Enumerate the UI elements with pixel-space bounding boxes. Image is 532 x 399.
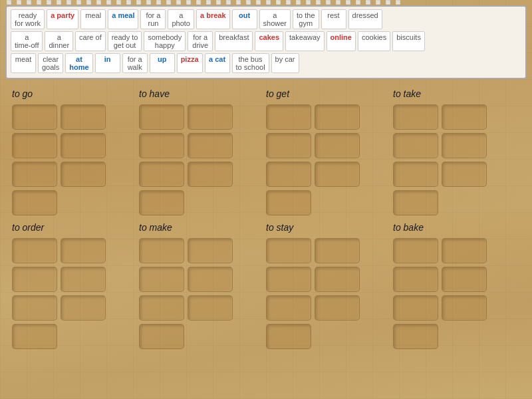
word-card[interactable]: by car bbox=[271, 53, 299, 73]
verb-label-have: to have bbox=[139, 88, 266, 99]
word-card[interactable]: a break bbox=[196, 9, 230, 29]
word-card[interactable]: for a drive bbox=[188, 31, 213, 51]
word-card[interactable]: meat bbox=[11, 53, 36, 73]
drop-slot[interactable] bbox=[315, 238, 360, 263]
drop-slot[interactable] bbox=[12, 133, 57, 158]
drop-slot[interactable] bbox=[139, 238, 184, 263]
slots-go bbox=[12, 104, 139, 187]
word-card[interactable]: pizza bbox=[177, 53, 203, 73]
word-card[interactable]: a meal bbox=[108, 9, 138, 29]
drop-slot-single[interactable] bbox=[139, 190, 184, 215]
word-card[interactable]: at home bbox=[65, 53, 92, 73]
word-card[interactable]: meal bbox=[80, 9, 106, 29]
drop-slot[interactable] bbox=[315, 133, 360, 158]
drop-slot[interactable] bbox=[12, 267, 57, 292]
drop-slot[interactable] bbox=[12, 238, 57, 263]
drop-slot[interactable] bbox=[442, 162, 487, 187]
verb-section-bake: to bake bbox=[393, 222, 520, 349]
word-card[interactable]: a photo bbox=[168, 9, 194, 29]
drop-slot[interactable] bbox=[393, 295, 438, 321]
drop-slot[interactable] bbox=[442, 133, 487, 158]
drop-slot[interactable] bbox=[442, 295, 487, 321]
word-card[interactable]: a party bbox=[47, 9, 78, 29]
word-card[interactable]: breakfast bbox=[215, 31, 253, 51]
slots-order bbox=[12, 238, 139, 321]
drop-slot[interactable] bbox=[188, 267, 233, 292]
drop-slot[interactable] bbox=[442, 267, 487, 292]
word-card[interactable]: a cat bbox=[205, 53, 230, 73]
drop-slot[interactable] bbox=[188, 133, 233, 158]
drop-slot[interactable] bbox=[139, 133, 184, 158]
drop-slot[interactable] bbox=[266, 238, 311, 263]
word-card[interactable]: a time-off bbox=[11, 31, 43, 51]
word-card[interactable]: up bbox=[150, 53, 175, 73]
drop-slot[interactable] bbox=[315, 267, 360, 292]
drop-slot[interactable] bbox=[188, 238, 233, 263]
drop-slot[interactable] bbox=[266, 104, 311, 130]
word-card[interactable]: for a run bbox=[140, 9, 166, 29]
drop-slot[interactable] bbox=[442, 238, 487, 263]
drop-slot[interactable] bbox=[188, 162, 233, 187]
drop-slot[interactable] bbox=[393, 162, 438, 187]
drop-slot-single[interactable] bbox=[12, 190, 57, 215]
word-card[interactable]: in bbox=[95, 53, 120, 73]
drop-slot[interactable] bbox=[266, 267, 311, 292]
verb-section-go: to go bbox=[12, 88, 139, 215]
word-card[interactable]: the bus to school bbox=[232, 53, 269, 73]
word-card[interactable]: a shower bbox=[259, 9, 291, 29]
drop-slot[interactable] bbox=[393, 267, 438, 292]
drop-slot[interactable] bbox=[61, 238, 106, 263]
drop-slot[interactable] bbox=[139, 104, 184, 130]
drop-slot[interactable] bbox=[12, 162, 57, 187]
drop-slot[interactable] bbox=[61, 133, 106, 158]
word-card[interactable]: cakes bbox=[255, 31, 283, 51]
drop-slot[interactable] bbox=[12, 295, 57, 321]
word-card[interactable]: dressed bbox=[348, 9, 382, 29]
drop-slot[interactable] bbox=[442, 104, 487, 130]
drop-slot[interactable] bbox=[266, 162, 311, 187]
drop-slot[interactable] bbox=[61, 162, 106, 187]
drop-slot-single[interactable] bbox=[12, 324, 57, 349]
word-card[interactable]: for a walk bbox=[122, 53, 148, 73]
drop-slot[interactable] bbox=[188, 295, 233, 321]
word-bank-row-3: meatclear goalsat homeinfor a walkuppizz… bbox=[11, 53, 521, 73]
drop-slot[interactable] bbox=[188, 104, 233, 130]
drop-slot[interactable] bbox=[266, 295, 311, 321]
word-card[interactable]: cookies bbox=[358, 31, 390, 51]
drop-slot[interactable] bbox=[61, 267, 106, 292]
word-card[interactable]: biscuits bbox=[392, 31, 425, 51]
drop-slot[interactable] bbox=[393, 133, 438, 158]
drop-slot[interactable] bbox=[139, 267, 184, 292]
word-card[interactable]: somebody happy bbox=[144, 31, 186, 51]
drop-slot[interactable] bbox=[61, 104, 106, 130]
verb-label-take: to take bbox=[393, 88, 520, 99]
drop-slot-single[interactable] bbox=[139, 324, 184, 349]
word-card[interactable]: rest bbox=[321, 9, 346, 29]
drop-slot-single[interactable] bbox=[266, 324, 311, 349]
word-card[interactable]: ready to get out bbox=[108, 31, 142, 51]
drop-slot[interactable] bbox=[315, 104, 360, 130]
drop-slot[interactable] bbox=[61, 295, 106, 321]
word-card[interactable]: to the gym bbox=[293, 9, 319, 29]
drop-slot[interactable] bbox=[266, 133, 311, 158]
drop-slot[interactable] bbox=[315, 162, 360, 187]
word-card[interactable]: a dinner bbox=[45, 31, 73, 51]
drop-slot[interactable] bbox=[139, 162, 184, 187]
verb-groups-top: to go to have to get to take bbox=[5, 88, 527, 215]
verb-label-stay: to stay bbox=[266, 222, 393, 233]
drop-slot[interactable] bbox=[393, 238, 438, 263]
word-card[interactable]: ready for work bbox=[11, 9, 45, 29]
word-card[interactable]: clear goals bbox=[38, 53, 63, 73]
drop-slot[interactable] bbox=[12, 104, 57, 130]
word-card[interactable]: takeaway bbox=[285, 31, 324, 51]
drop-slot-single[interactable] bbox=[393, 324, 438, 349]
verb-label-order: to order bbox=[12, 222, 139, 233]
word-card[interactable]: out bbox=[232, 9, 257, 29]
drop-slot-single[interactable] bbox=[393, 190, 438, 215]
drop-slot-single[interactable] bbox=[266, 190, 311, 215]
word-card[interactable]: online bbox=[327, 31, 356, 51]
drop-slot[interactable] bbox=[139, 295, 184, 321]
word-card[interactable]: care of bbox=[75, 31, 106, 51]
drop-slot[interactable] bbox=[393, 104, 438, 130]
drop-slot[interactable] bbox=[315, 295, 360, 321]
